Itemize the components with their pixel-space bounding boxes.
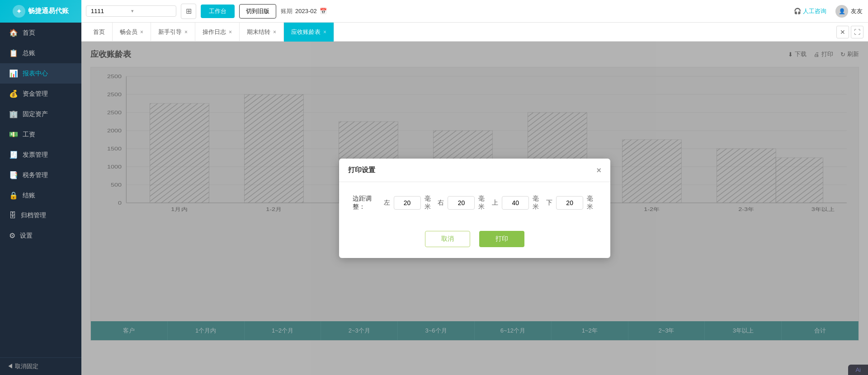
- page-content: 应收账龄表 ⬇ 下载 🖨 打印 ↻ 刷新: [81, 42, 868, 375]
- main-layout: 🏠 首页 📋 总账 📊 报表中心 💰 资金管理 🏢 固定资产 💵 工资: [0, 23, 868, 375]
- left-unit: 毫米: [425, 195, 434, 211]
- sidebar-label-assets: 固定资产: [23, 110, 48, 118]
- sidebar-item-close[interactable]: 🔒 结账: [0, 185, 81, 206]
- tab-actions: ✕ ⛶: [836, 26, 863, 38]
- tab-home[interactable]: 首页: [86, 23, 113, 42]
- service-button[interactable]: 🎧 人工咨询: [794, 7, 826, 15]
- tab-ar-aging[interactable]: 应收账龄表 ×: [284, 23, 334, 42]
- workbench-button[interactable]: 工作台: [201, 5, 235, 18]
- tab-ar-aging-close[interactable]: ×: [323, 29, 326, 35]
- margin-adjust-label: 边距调整：: [353, 195, 377, 211]
- assets-icon: 🏢: [9, 110, 18, 118]
- sidebar-collapse-button[interactable]: ◀ 取消固定: [0, 357, 81, 375]
- tab-member[interactable]: 畅会员 ×: [113, 23, 151, 42]
- tab-ar-aging-label: 应收账龄表: [291, 28, 321, 36]
- tab-guide-label: 新手引导: [158, 28, 182, 36]
- margin-row: 边距调整： 左 毫米 右 毫米 上 毫米 下 毫米: [353, 195, 597, 211]
- logo-icon: ✦: [13, 5, 25, 18]
- period-area: 账期 2023-02 📅: [281, 7, 327, 15]
- tab-home-label: 首页: [93, 28, 105, 36]
- service-label: 人工咨询: [803, 7, 826, 15]
- dialog-overlay: 打印设置 × 边距调整： 左 毫米 右 毫米 上: [81, 42, 868, 375]
- dialog-close-button[interactable]: ×: [596, 166, 601, 174]
- tab-oplog-label: 操作日志: [203, 28, 226, 36]
- tab-period-close[interactable]: 期末结转 ×: [240, 23, 284, 42]
- sidebar-item-tax[interactable]: 📑 税务管理: [0, 165, 81, 185]
- bottom-unit: 毫米: [587, 195, 597, 211]
- top-header: ✦ 畅捷通易代账 1111 ▾ ⊞ 工作台 切到旧版 账期 2023-02 📅 …: [0, 0, 868, 23]
- sidebar-label-invoice: 发票管理: [23, 151, 48, 159]
- dialog-header: 打印设置 ×: [339, 159, 610, 182]
- tab-member-close[interactable]: ×: [140, 29, 143, 35]
- tab-period-close-close[interactable]: ×: [273, 29, 276, 35]
- top-label: 上: [492, 199, 498, 207]
- headset-icon: 🎧: [794, 8, 801, 14]
- print-dialog: 打印设置 × 边距调整： 左 毫米 右 毫米 上: [339, 159, 610, 258]
- dialog-title: 打印设置: [348, 166, 375, 174]
- sidebar-label-close: 结账: [23, 192, 35, 200]
- sidebar-item-funds[interactable]: 💰 资金管理: [0, 84, 81, 104]
- bottom-margin-input[interactable]: [556, 196, 583, 210]
- dialog-footer: 取消 打印: [339, 224, 610, 258]
- sidebar-item-ledger[interactable]: 📋 总账: [0, 43, 81, 63]
- bottom-label: 下: [546, 199, 552, 207]
- company-name: 1111: [91, 8, 131, 14]
- reports-icon: 📊: [9, 69, 18, 78]
- tab-bar: 首页 畅会员 × 新手引导 × 操作日志 × 期末结转 × 应收账龄表 ×: [81, 23, 868, 42]
- top-unit: 毫米: [533, 195, 542, 211]
- tab-oplog-close[interactable]: ×: [229, 29, 232, 35]
- left-margin-input[interactable]: [394, 196, 421, 210]
- sidebar-item-settings[interactable]: ⚙ 设置: [0, 225, 81, 246]
- tab-guide-close[interactable]: ×: [184, 29, 188, 35]
- period-label: 账期: [281, 7, 292, 15]
- calendar-icon[interactable]: 📅: [320, 8, 327, 14]
- payroll-icon: 💵: [9, 130, 18, 139]
- sidebar-label-settings: 设置: [20, 232, 33, 240]
- sidebar-item-invoice[interactable]: 🧾 发票管理: [0, 145, 81, 165]
- left-label: 左: [384, 199, 390, 207]
- sidebar-item-archive[interactable]: 🗄 归档管理: [0, 206, 81, 225]
- sidebar-item-home[interactable]: 🏠 首页: [0, 23, 81, 43]
- sidebar-label-ledger: 总账: [23, 49, 35, 57]
- sidebar-label-funds: 资金管理: [23, 90, 48, 98]
- right-unit: 毫米: [478, 195, 488, 211]
- sidebar-label-reports: 报表中心: [23, 70, 48, 78]
- tab-expand-button[interactable]: ⛶: [851, 26, 863, 38]
- tab-member-label: 畅会员: [120, 28, 137, 36]
- tab-period-close-label: 期末结转: [247, 28, 270, 36]
- sidebar-item-payroll[interactable]: 💵 工资: [0, 124, 81, 145]
- home-icon: 🏠: [9, 28, 18, 37]
- switch-version-button[interactable]: 切到旧版: [239, 4, 276, 19]
- settings-icon: ⚙: [9, 231, 15, 240]
- user-button[interactable]: 👤 友友: [835, 5, 863, 18]
- sidebar-scroll: 🏠 首页 📋 总账 📊 报表中心 💰 资金管理 🏢 固定资产 💵 工资: [0, 23, 81, 357]
- sidebar-bottom-label: ◀ 取消固定: [7, 362, 38, 370]
- sidebar-label-payroll: 工资: [23, 131, 35, 139]
- company-selector[interactable]: 1111 ▾: [86, 5, 176, 17]
- right-label: 右: [438, 199, 444, 207]
- tab-close-all-button[interactable]: ✕: [836, 26, 849, 38]
- avatar: 👤: [835, 5, 848, 18]
- invoice-icon: 🧾: [9, 150, 18, 159]
- logo-area: ✦ 畅捷通易代账: [0, 0, 81, 23]
- tab-oplog[interactable]: 操作日志 ×: [195, 23, 240, 42]
- dialog-body: 边距调整： 左 毫米 右 毫米 上 毫米 下 毫米: [339, 182, 610, 224]
- archive-icon: 🗄: [9, 211, 16, 220]
- print-confirm-button[interactable]: 打印: [479, 231, 524, 247]
- header-right: 🎧 人工咨询 👤 友友: [794, 5, 863, 18]
- sidebar-item-reports[interactable]: 📊 报表中心: [0, 63, 81, 84]
- tab-guide[interactable]: 新手引导 ×: [151, 23, 195, 42]
- top-margin-input[interactable]: [502, 196, 529, 210]
- sidebar-item-assets[interactable]: 🏢 固定资产: [0, 104, 81, 124]
- cancel-button[interactable]: 取消: [425, 231, 470, 247]
- sidebar-label-tax: 税务管理: [23, 171, 48, 179]
- right-margin-input[interactable]: [448, 196, 475, 210]
- close-account-icon: 🔒: [9, 191, 18, 200]
- copy-icon[interactable]: ⊞: [181, 4, 196, 19]
- app-title: 畅捷通易代账: [28, 7, 69, 15]
- sidebar-label-archive: 归档管理: [21, 211, 46, 220]
- funds-icon: 💰: [9, 89, 18, 98]
- sidebar-label-home: 首页: [23, 29, 35, 37]
- user-label: 友友: [851, 7, 863, 15]
- content-area: 首页 畅会员 × 新手引导 × 操作日志 × 期末结转 × 应收账龄表 ×: [81, 23, 868, 375]
